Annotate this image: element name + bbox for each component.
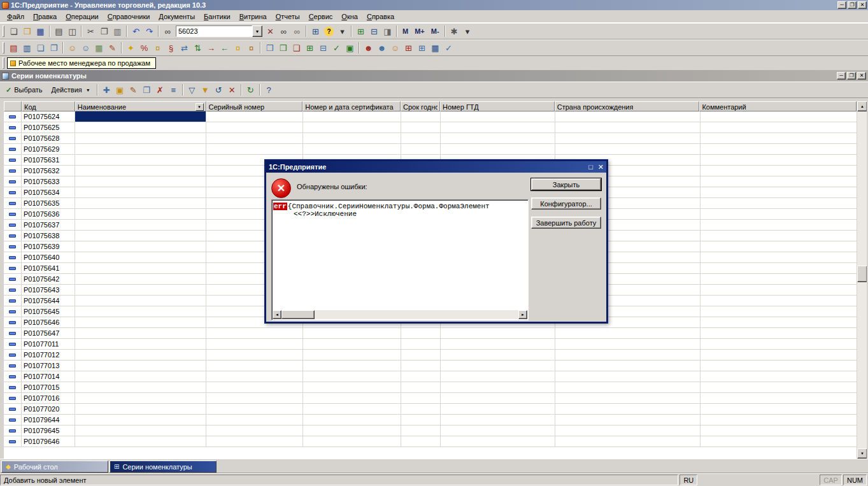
cash-icon[interactable]: ¤ [245,41,258,54]
row-17-cell-1[interactable] [75,296,206,306]
row-20-cell-5[interactable] [441,328,555,339]
row-2-cell-4[interactable] [401,133,441,144]
grid-red-icon[interactable]: ⊞ [402,41,415,54]
grid-blue-icon[interactable]: ⊞ [415,41,429,54]
row-24-cell-3[interactable] [303,371,401,382]
row-22-cell-0[interactable]: P01077012 [22,350,75,361]
scrollbar-track[interactable] [315,310,518,319]
scroll-left-icon[interactable]: ◄ [273,310,281,319]
row-24-cell-4[interactable] [401,371,441,382]
row-29-cell-5[interactable] [441,425,555,436]
column-header-3[interactable]: Номер и дата сертификата [302,101,401,111]
table-row[interactable]: P01077012 [4,350,867,361]
row-4-cell-0[interactable]: P01075631 [22,155,75,166]
table-row[interactable]: P01079645 [4,425,867,436]
find-in-list-icon[interactable]: ∞ [277,25,290,38]
memory-button-1[interactable]: M+ [411,26,428,36]
row-2-cell-3[interactable] [303,133,401,144]
row-22-cell-4[interactable] [401,350,441,361]
row-29-cell-3[interactable] [303,425,401,436]
find-next-icon[interactable]: ∞ [290,25,304,38]
row-16-cell-1[interactable] [75,285,206,296]
print-document-icon[interactable]: ▥ [20,41,34,54]
restore-icon[interactable]: ❐ [847,72,856,80]
row-16-cell-0[interactable]: P01075643 [22,285,75,296]
row-23-cell-6[interactable] [555,361,701,371]
print-preview-icon[interactable]: ◫ [66,25,79,38]
row-21-cell-4[interactable] [401,339,441,350]
spreadsheet-document-icon[interactable]: ⊟ [367,25,381,38]
row-23-cell-5[interactable] [441,361,555,371]
close-icon[interactable]: ✕ [857,72,866,80]
scroll-down-icon[interactable]: ▼ [857,448,867,459]
row-29-cell-7[interactable] [701,425,858,436]
row-20-cell-3[interactable] [303,328,401,339]
row-11-cell-1[interactable] [75,231,206,241]
row-2-cell-1[interactable] [75,133,206,144]
row-2-cell-7[interactable] [701,133,858,144]
row-21-cell-6[interactable] [555,339,701,350]
maximize-icon[interactable]: □ [588,163,593,171]
edit-icon[interactable]: ✎ [127,83,140,96]
document-green-icon[interactable]: ❒ [276,41,290,54]
help-menu-icon[interactable]: ▾ [336,25,349,38]
row-27-cell-4[interactable] [401,404,441,415]
table-add-icon[interactable]: ⊞ [303,41,317,54]
row-28-cell-5[interactable] [441,415,555,425]
row-6-cell-1[interactable] [75,176,206,187]
row-2-cell-2[interactable] [206,133,303,144]
row-19-cell-1[interactable] [75,317,206,328]
row-15-cell-0[interactable]: P01075642 [22,274,75,285]
mark-deletion-icon[interactable]: ✗ [153,83,167,96]
row-30-cell-7[interactable] [701,436,858,447]
row-22-cell-3[interactable] [303,350,401,361]
row-3-cell-3[interactable] [303,144,401,155]
row-0-cell-7[interactable] [701,111,858,122]
document-red-icon[interactable]: ❑ [290,41,303,54]
row-29-cell-2[interactable] [206,425,303,436]
window-tab-0[interactable]: ◆Рабочий стол [1,461,108,473]
row-18-cell-7[interactable] [701,306,858,317]
tools-menu-icon[interactable]: ▾ [461,25,474,38]
menu-item-6[interactable]: Витрина [235,11,271,22]
row-30-cell-4[interactable] [401,436,441,447]
row-23-cell-4[interactable] [401,361,441,371]
row-30-cell-1[interactable] [75,436,206,447]
column-header-0[interactable]: Код [22,101,75,111]
row-2-cell-5[interactable] [441,133,555,144]
row-0-cell-4[interactable] [401,111,441,122]
row-20-cell-0[interactable]: P01075647 [22,328,75,339]
row-23-cell-3[interactable] [303,361,401,371]
row-7-cell-7[interactable] [701,187,858,198]
row-22-cell-5[interactable] [441,350,555,361]
table-row[interactable]: P01077011 [4,339,867,350]
paste-icon[interactable]: ▥ [111,25,124,38]
menu-item-3[interactable]: Справочники [103,11,155,22]
toolbar-grip[interactable] [3,42,4,54]
row-28-cell-1[interactable] [75,415,206,425]
table-row[interactable]: P01077016 [4,393,867,404]
row-27-cell-1[interactable] [75,404,206,415]
row-26-cell-5[interactable] [441,393,555,404]
row-5-cell-7[interactable] [701,166,858,176]
spreadsheet-icon[interactable]: ⊞ [354,25,367,38]
row-9-cell-0[interactable]: P01075636 [22,209,75,220]
row-25-cell-4[interactable] [401,382,441,393]
row-23-cell-1[interactable] [75,361,206,371]
row-2-cell-0[interactable]: P01075628 [22,133,75,144]
row-26-cell-2[interactable] [206,393,303,404]
column-header-7[interactable]: Комментарий [699,101,857,111]
tools-icon[interactable]: ✱ [448,25,461,38]
row-27-cell-3[interactable] [303,404,401,415]
row-24-cell-1[interactable] [75,371,206,382]
row-22-cell-7[interactable] [701,350,858,361]
table-row[interactable]: P01077013 [4,361,867,371]
row-21-cell-2[interactable] [206,339,303,350]
contractor-icon[interactable]: ☺ [79,41,92,54]
partners-red-icon[interactable]: ☻ [362,41,375,54]
row-22-cell-6[interactable] [555,350,701,361]
row-30-cell-5[interactable] [441,436,555,447]
pages-icon[interactable]: ❐ [47,41,60,54]
row-28-cell-6[interactable] [555,415,701,425]
row-30-cell-2[interactable] [206,436,303,447]
